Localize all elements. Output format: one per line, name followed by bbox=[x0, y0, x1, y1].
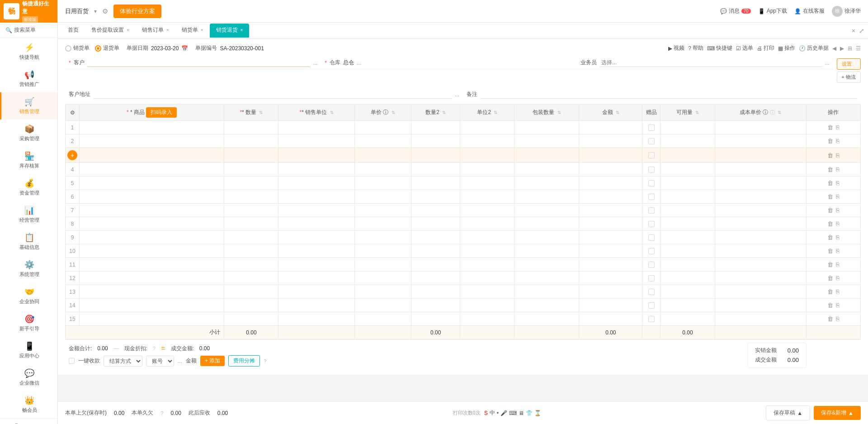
row-3-gift-checkbox[interactable] bbox=[648, 152, 655, 158]
row-14-amount[interactable] bbox=[579, 299, 642, 312]
row-5-gift[interactable] bbox=[642, 176, 660, 190]
row-3-gift[interactable] bbox=[642, 148, 660, 163]
row-14-unit2[interactable] bbox=[460, 299, 514, 312]
row-6-qty2[interactable] bbox=[411, 190, 460, 204]
row-8-unit2[interactable] bbox=[460, 217, 514, 231]
tab-sales-order[interactable]: 销售订单 × bbox=[136, 24, 175, 38]
sidebar-item-system[interactable]: ⚙️ 系统管理 bbox=[0, 255, 57, 282]
row-9-qty2[interactable] bbox=[411, 231, 460, 244]
messages-button[interactable]: 💬 消息 70 bbox=[720, 7, 751, 15]
table-settings-icon[interactable]: ⚙ bbox=[70, 110, 75, 116]
expense-split-button[interactable]: 费用分摊 bbox=[228, 355, 260, 367]
cash-discount-help-icon[interactable]: ? bbox=[153, 346, 156, 351]
row-8-delete-icon[interactable]: 🗑 bbox=[827, 220, 833, 227]
return-radio[interactable]: 退货单 bbox=[95, 44, 119, 52]
row-4-qty[interactable] bbox=[224, 163, 278, 176]
row-3-qty[interactable] bbox=[224, 148, 278, 163]
tab-sales-order-close[interactable]: × bbox=[166, 28, 169, 33]
row-11-qty2[interactable] bbox=[411, 258, 460, 272]
row-4-gift-checkbox[interactable] bbox=[648, 167, 655, 173]
row-13-pack[interactable] bbox=[514, 285, 579, 299]
row-8-price[interactable] bbox=[354, 217, 411, 231]
row-13-price[interactable] bbox=[354, 285, 411, 299]
staff-dots[interactable]: ... bbox=[825, 60, 830, 66]
online-service-button[interactable]: 👤 在线客服 bbox=[794, 7, 825, 15]
row-15-price[interactable] bbox=[354, 312, 411, 326]
row-3-amount[interactable] bbox=[579, 148, 642, 163]
input-icon3[interactable]: 🎤 bbox=[500, 410, 507, 416]
row-12-gift[interactable] bbox=[642, 272, 660, 285]
row-5-delete-icon[interactable]: 🗑 bbox=[827, 180, 833, 186]
input-icon7[interactable]: ⌛ bbox=[534, 410, 541, 416]
row-7-unit[interactable] bbox=[278, 204, 354, 217]
row-9-unit2[interactable] bbox=[460, 231, 514, 244]
row-10-unit[interactable] bbox=[278, 244, 354, 258]
row-7-delete-icon[interactable]: 🗑 bbox=[827, 207, 833, 214]
prev-record-icon[interactable]: ◀ bbox=[832, 45, 836, 52]
row-6-amount[interactable] bbox=[579, 190, 642, 204]
sidebar-settings-icon[interactable]: ⚙ bbox=[14, 422, 19, 424]
tab-sales-return[interactable]: 销货退货 × bbox=[210, 24, 250, 38]
row-4-pack[interactable] bbox=[514, 163, 579, 176]
row-14-price[interactable] bbox=[354, 299, 411, 312]
row-8-gift-checkbox[interactable] bbox=[648, 221, 655, 227]
row-10-price[interactable] bbox=[354, 244, 411, 258]
row-11-gift-checkbox[interactable] bbox=[648, 262, 655, 268]
row-14-gift-checkbox[interactable] bbox=[648, 302, 655, 309]
row-12-product[interactable] bbox=[80, 272, 224, 285]
row-14-gift[interactable] bbox=[642, 299, 660, 312]
row-10-qty2[interactable] bbox=[411, 244, 460, 258]
input-icon6[interactable]: 👕 bbox=[526, 410, 533, 416]
close-all-tabs-icon[interactable]: × bbox=[852, 27, 855, 34]
row-9-unit[interactable] bbox=[278, 231, 354, 244]
row-4-gift[interactable] bbox=[642, 163, 660, 176]
shortcuts-btn[interactable]: ⌨ 快捷键 bbox=[707, 44, 732, 52]
row-2-unit2[interactable] bbox=[460, 134, 514, 148]
row-2-amount[interactable] bbox=[579, 134, 642, 148]
tab-price-setting[interactable]: 售价提取设置 × bbox=[85, 24, 136, 38]
row-12-price[interactable] bbox=[354, 272, 411, 285]
row-10-pack[interactable] bbox=[514, 244, 579, 258]
row-12-qty[interactable] bbox=[224, 272, 278, 285]
row-15-unit2[interactable] bbox=[460, 312, 514, 326]
sidebar-item-inventory[interactable]: 🏪 库存核算 bbox=[0, 147, 57, 174]
input-icon1[interactable]: 中 bbox=[490, 409, 495, 417]
row-14-product[interactable] bbox=[80, 299, 224, 312]
col-cost-info-icon[interactable]: ⓘ bbox=[770, 110, 775, 115]
row-1-delete-icon[interactable]: 🗑 bbox=[827, 124, 833, 131]
add-payment-button[interactable]: + 添加 bbox=[200, 356, 225, 366]
scan-input-button[interactable]: 扫码录入 bbox=[146, 107, 177, 118]
row-3-product-input[interactable] bbox=[81, 152, 222, 158]
sidebar-item-app-center[interactable]: 📱 应用中心 bbox=[0, 337, 57, 364]
row-9-product[interactable] bbox=[80, 231, 224, 244]
row-5-gift-checkbox[interactable] bbox=[648, 180, 655, 186]
row-1-unit[interactable] bbox=[278, 121, 354, 134]
row-8-unit[interactable] bbox=[278, 217, 354, 231]
row-6-copy-icon[interactable]: ⎘ bbox=[836, 193, 840, 200]
row-1-amount[interactable] bbox=[579, 121, 642, 134]
row-9-copy-icon[interactable]: ⎘ bbox=[836, 234, 840, 241]
row-9-amount[interactable] bbox=[579, 231, 642, 244]
row-15-qty2[interactable] bbox=[411, 312, 460, 326]
staff-input[interactable] bbox=[599, 58, 822, 67]
row-13-qty2[interactable] bbox=[411, 285, 460, 299]
sidebar-item-quick-nav[interactable]: ⚡ 快捷导航 bbox=[0, 38, 57, 65]
row-3-unit[interactable] bbox=[278, 148, 354, 163]
row-7-gift-checkbox[interactable] bbox=[648, 207, 655, 214]
address-input[interactable] bbox=[93, 90, 452, 99]
row-4-product[interactable] bbox=[80, 163, 224, 176]
row-6-gift-checkbox[interactable] bbox=[648, 194, 655, 200]
tab-sales-delivery[interactable]: 销货单 × bbox=[175, 24, 210, 38]
row-10-product[interactable] bbox=[80, 244, 224, 258]
row-14-qty2[interactable] bbox=[411, 299, 460, 312]
row-12-delete-icon[interactable]: 🗑 bbox=[827, 275, 833, 281]
add-row-button[interactable]: + bbox=[67, 150, 77, 160]
tab-home[interactable]: 首页 bbox=[61, 24, 85, 38]
row-10-qty[interactable] bbox=[224, 244, 278, 258]
row-12-unit[interactable] bbox=[278, 272, 354, 285]
settings-button[interactable]: 设置 bbox=[837, 58, 861, 70]
row-13-unit[interactable] bbox=[278, 285, 354, 299]
row-13-gift[interactable] bbox=[642, 285, 660, 299]
row-1-price[interactable] bbox=[354, 121, 411, 134]
input-icon5[interactable]: 🖥 bbox=[519, 410, 524, 416]
